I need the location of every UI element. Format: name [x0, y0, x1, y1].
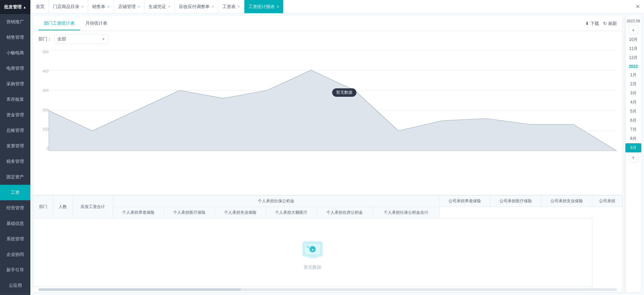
sidebar-item-tax[interactable]: 税务管理: [0, 154, 30, 169]
tab-close-salary-report[interactable]: ×: [277, 5, 279, 9]
close-window-icon[interactable]: ✕: [636, 3, 640, 10]
tab-month-stat[interactable]: 月份统计表: [80, 17, 113, 30]
h-scrollbar-thumb[interactable]: [38, 288, 241, 291]
tab-store-mgmt[interactable]: 店铺管理×: [114, 0, 144, 13]
tab-close-receivable[interactable]: ×: [212, 5, 214, 9]
right-panel-month-2月[interactable]: 2月: [625, 80, 641, 89]
sidebar-item-ecommerce[interactable]: 电商管理: [0, 61, 30, 76]
tab-close-sales-order[interactable]: ×: [107, 5, 110, 9]
h-scrollbar[interactable]: [38, 288, 617, 291]
sidebar-item-invoice[interactable]: 发票管理: [0, 138, 30, 154]
sidebar-item-cloud[interactable]: 云应用: [0, 278, 30, 293]
tab-close-product-catalog[interactable]: ×: [81, 5, 84, 9]
y-label-400: 400: [38, 69, 49, 73]
sidebar-item-purchase[interactable]: 采购管理: [0, 76, 30, 92]
empty-state: 暂无数据: [37, 221, 589, 284]
right-panel-month-11月[interactable]: 11月: [625, 44, 641, 53]
sidebar-item-salary[interactable]: 工资: [0, 185, 30, 200]
right-panel-month-10月[interactable]: 10月: [625, 35, 641, 44]
right-panel-month-7月[interactable]: 7月: [625, 125, 641, 134]
svg-point-14: [307, 256, 318, 259]
right-panel-date: 2022.09: [626, 18, 641, 24]
svg-rect-13: [306, 247, 311, 248]
th-personal-housing: 个人承担住房公积金: [317, 207, 373, 218]
tab-label-salary-table: 工资表: [222, 4, 236, 10]
download-button[interactable]: ⬇ 下载: [585, 21, 599, 27]
sidebar-item-finance[interactable]: 资金管理: [0, 107, 30, 123]
th-personal-total: 个人承担社保公积金合计: [373, 207, 439, 218]
tab-bar: 首页门店商品目录×销售单×店铺管理×生成凭证×应收应付调整单×工资表×工资统计报…: [30, 0, 644, 13]
right-panel-month-12月[interactable]: 12月: [625, 53, 641, 62]
sidebar-item-ecommerce-small[interactable]: 小畅电商: [0, 45, 30, 61]
tab-receivable[interactable]: 应收应付调整单×: [175, 0, 218, 13]
content-main: 部门工资统计表 月份统计表 ⬇ 下载 ↻ 刷新 部门：: [33, 16, 622, 292]
sidebar-items: 营销推广销售管理小畅电商电商管理采购管理库存核算资金管理总账管理发票管理税务管理…: [0, 14, 30, 293]
svg-rect-12: [306, 246, 309, 246]
refresh-label: 刷新: [608, 21, 617, 27]
tab-salary-table[interactable]: 工资表×: [218, 0, 244, 13]
sidebar-item-inventory[interactable]: 库存核算: [0, 92, 30, 107]
sidebar: 批发管理 ▲ 营销推广销售管理小畅电商电商管理采购管理库存核算资金管理总账管理发…: [0, 0, 30, 295]
chart-wrapper: 500 400 300 200 100 0: [38, 50, 617, 151]
main-area: 首页门店商品目录×销售单×店铺管理×生成凭证×应收应付调整单×工资表×工资统计报…: [30, 0, 644, 295]
sidebar-item-marketing[interactable]: 营销推广: [0, 14, 30, 30]
tab-close-store-mgmt[interactable]: ×: [138, 5, 140, 9]
y-label-500: 500: [38, 50, 49, 54]
y-label-200: 200: [38, 108, 49, 112]
download-label: 下载: [590, 21, 599, 27]
tab-product-catalog[interactable]: 门店商品目录×: [49, 0, 88, 13]
tab-close-salary-table[interactable]: ×: [238, 5, 240, 9]
tab-bar-end: ✕: [633, 3, 643, 10]
chart-area: 500 400 300 200 100 0: [33, 47, 622, 195]
th-company-unemployment: 公司承担失业保险: [541, 196, 592, 207]
sidebar-item-sales[interactable]: 销售管理: [0, 30, 30, 45]
tab-salary-report[interactable]: 工资统计报表×: [244, 0, 284, 13]
refresh-button[interactable]: ↻ 刷新: [603, 21, 617, 27]
sidebar-item-guide[interactable]: 新手引导: [0, 262, 30, 278]
chart-svg-container: 暂无数据: [49, 50, 617, 151]
tab-sales-order[interactable]: 销售单×: [88, 0, 114, 13]
tab-label-salary-report: 工资统计报表: [248, 4, 275, 10]
right-panel-month-5月[interactable]: 5月: [625, 107, 641, 116]
sidebar-item-system[interactable]: 系统管理: [0, 231, 30, 247]
right-panel-month-6月[interactable]: 6月: [625, 116, 641, 125]
right-panel-month-8月[interactable]: 8月: [625, 134, 641, 143]
sidebar-item-assets[interactable]: 固定资产: [0, 169, 30, 185]
sidebar-item-basic[interactable]: 基础信息: [0, 216, 30, 231]
th-personal-pension: 个人承担养老保险: [113, 207, 164, 218]
sidebar-item-ledger[interactable]: 总账管理: [0, 123, 30, 138]
right-panel-month-4月[interactable]: 4月: [625, 98, 641, 107]
right-panel-month-3月[interactable]: 3月: [625, 89, 641, 98]
empty-text: 暂无数据: [304, 264, 321, 270]
dept-filter-label: 部门：: [38, 36, 52, 42]
tab-label-sales-order: 销售单: [92, 4, 105, 10]
tab-dept-stat[interactable]: 部门工资统计表: [38, 17, 80, 30]
y-label-300: 300: [38, 88, 49, 92]
chevron-down-icon: ▼: [102, 37, 105, 41]
right-panel-nav-down[interactable]: ▼: [629, 153, 638, 163]
tab-label-store-mgmt: 店铺管理: [118, 4, 136, 10]
right-panel-month-9月[interactable]: 9月: [625, 143, 641, 152]
right-panel-months: 10月11月12月20221月2月3月4月5月6月7月8月9月: [625, 35, 641, 152]
th-company-pension: 公司承担养老保险: [439, 196, 490, 207]
dept-filter-value: 全部: [57, 36, 66, 42]
right-panel-month-1月[interactable]: 1月: [625, 70, 641, 80]
tab-produce-cert[interactable]: 生成凭证×: [144, 0, 175, 13]
sidebar-header[interactable]: 批发管理 ▲: [0, 0, 30, 14]
tab-close-produce-cert[interactable]: ×: [168, 5, 170, 9]
th-company-medical: 公司承担医疗保险: [490, 196, 541, 207]
chart-y-axis: 500 400 300 200 100 0: [38, 50, 49, 151]
th-total-salary: 应发工资合计: [73, 196, 113, 218]
tab-label-product-catalog: 门店商品目录: [53, 4, 79, 10]
filter-row: 部门： 全部 ▼: [33, 31, 622, 47]
sidebar-item-cooperation[interactable]: 企业协同: [0, 247, 30, 262]
dept-filter-select[interactable]: 全部 ▼: [54, 34, 108, 44]
sidebar-item-operations[interactable]: 经营管理: [0, 200, 30, 216]
sidebar-footer[interactable]: ⚙: [0, 293, 30, 295]
download-icon: ⬇: [585, 21, 589, 26]
y-label-100: 100: [38, 127, 49, 131]
right-panel-nav-up[interactable]: ▲: [629, 25, 638, 34]
th-personal-unemployment: 个人承担失业保险: [215, 207, 266, 218]
right-panel-month-2022[interactable]: 2022: [625, 62, 641, 70]
tab-home[interactable]: 首页: [32, 0, 49, 13]
